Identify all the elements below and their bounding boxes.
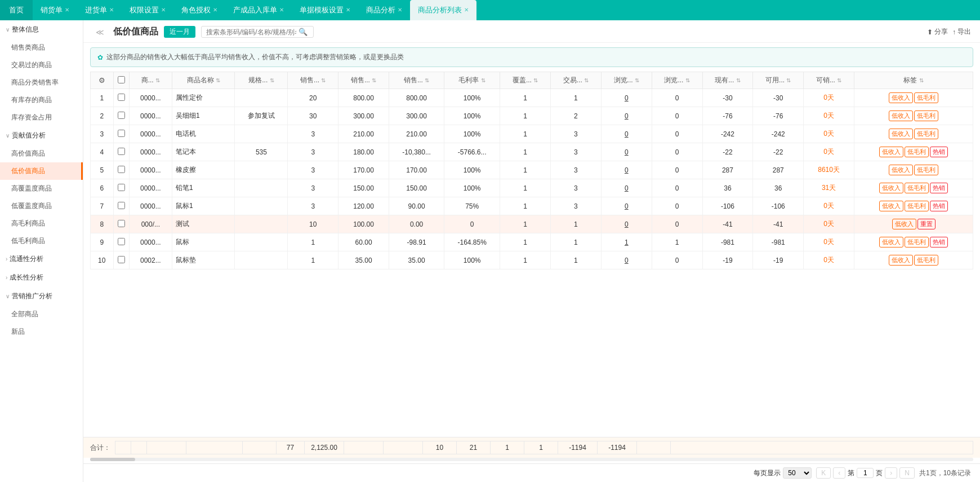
collapse-sidebar-button[interactable]: ≪	[92, 28, 108, 37]
close-icon[interactable]: ✕	[161, 0, 166, 20]
row-checkbox[interactable]	[118, 112, 125, 119]
cell-view1[interactable]: 0	[601, 251, 652, 269]
sidebar-item-sales-goods[interactable]: 销售类商品	[0, 39, 83, 56]
row-checkbox[interactable]	[118, 166, 125, 173]
sort-icon[interactable]: ⇅	[270, 77, 274, 83]
cell-view1[interactable]: 0	[601, 161, 652, 179]
col-tags[interactable]: 标签 ⇅	[854, 72, 973, 89]
sort-icon[interactable]: ⇅	[481, 77, 485, 83]
col-code[interactable]: 商... ⇅	[129, 72, 172, 89]
sidebar-item-all-goods[interactable]: 全部商品	[0, 306, 83, 323]
nav-purchase-order[interactable]: 进货单 ✕	[77, 0, 122, 20]
close-icon[interactable]: ✕	[213, 0, 217, 20]
sort-icon[interactable]: ⇅	[685, 77, 690, 83]
sidebar-item-traded-goods[interactable]: 交易过的商品	[0, 56, 83, 74]
col-checkbox[interactable]	[113, 72, 129, 89]
select-all-checkbox[interactable]	[118, 76, 125, 83]
sidebar-item-stock-goods[interactable]: 有库存的商品	[0, 91, 83, 109]
cell-view1[interactable]: 0	[601, 125, 652, 143]
col-sale-cost[interactable]: 销售... ⇅	[389, 72, 444, 89]
sidebar-item-high-coverage[interactable]: 高覆盖度商品	[0, 180, 83, 197]
search-input[interactable]	[206, 28, 296, 36]
cell-view1[interactable]: 1	[601, 233, 652, 251]
page-size-select[interactable]: 20 50 100	[783, 467, 812, 479]
close-icon[interactable]: ✕	[346, 0, 350, 20]
close-icon[interactable]: ✕	[464, 0, 469, 20]
view-link[interactable]: 0	[625, 202, 629, 210]
view-link[interactable]: 0	[625, 130, 629, 138]
sort-icon[interactable]: ⇅	[919, 77, 924, 83]
close-icon[interactable]: ✕	[398, 0, 402, 20]
next-page-button[interactable]: ›	[885, 467, 897, 479]
last-page-button[interactable]: N	[899, 467, 915, 479]
sidebar-item-low-value[interactable]: 低价值商品	[0, 162, 83, 180]
col-saleable[interactable]: 可销... ⇅	[804, 72, 854, 89]
row-checkbox[interactable]	[118, 220, 125, 227]
cell-checkbox[interactable]	[113, 89, 129, 107]
sort-icon[interactable]: ⇅	[216, 77, 220, 83]
sidebar-item-high-value[interactable]: 高价值商品	[0, 145, 83, 162]
sidebar-item-low-margin[interactable]: 低毛利商品	[0, 232, 83, 250]
col-name[interactable]: 商品名称 ⇅	[172, 72, 235, 89]
cell-view1[interactable]: 0	[601, 89, 652, 107]
cell-view1[interactable]: 0	[601, 179, 652, 197]
sidebar-group-growth[interactable]: › 成长性分析	[0, 268, 83, 287]
sidebar-group-overview[interactable]: ∨ 整体信息	[0, 20, 83, 39]
col-sale-qty[interactable]: 销售... ⇅	[288, 72, 338, 89]
sort-icon[interactable]: ⇅	[372, 77, 376, 83]
sort-icon[interactable]: ⇅	[321, 77, 326, 83]
nav-finished-goods[interactable]: 产成品入库单 ✕	[225, 0, 292, 20]
cell-view1[interactable]: 0	[601, 197, 652, 215]
cell-checkbox[interactable]	[113, 107, 129, 125]
sidebar-item-low-coverage[interactable]: 低覆盖度商品	[0, 197, 83, 215]
col-spec[interactable]: 规格... ⇅	[235, 72, 288, 89]
close-icon[interactable]: ✕	[109, 0, 114, 20]
cell-checkbox[interactable]	[113, 215, 129, 233]
row-checkbox[interactable]	[118, 184, 125, 191]
nav-sales-order[interactable]: 销货单 ✕	[33, 0, 77, 20]
view-link[interactable]: 0	[625, 94, 629, 102]
close-icon[interactable]: ✕	[279, 0, 284, 20]
nav-product-analysis[interactable]: 商品分析 ✕	[358, 0, 410, 20]
prev-page-button[interactable]: ‹	[833, 467, 845, 479]
row-checkbox[interactable]	[118, 202, 125, 209]
sort-icon[interactable]: ⇅	[533, 77, 538, 83]
sidebar-group-contribution[interactable]: ∨ 贡献值分析	[0, 126, 83, 145]
search-icon[interactable]: 🔍	[299, 28, 308, 36]
col-view1[interactable]: 浏览... ⇅	[601, 72, 652, 89]
export-button[interactable]: ↑ 导出	[952, 27, 971, 37]
cell-view1[interactable]: 0	[601, 143, 652, 161]
sidebar-group-marketing[interactable]: ∨ 营销推广分析	[0, 287, 83, 306]
first-page-button[interactable]: K	[816, 467, 831, 479]
view-link[interactable]: 0	[625, 257, 629, 264]
view-link[interactable]: 0	[625, 166, 629, 174]
view-link[interactable]: 0	[625, 148, 629, 156]
sort-icon[interactable]: ⇅	[425, 77, 429, 83]
col-current-stock[interactable]: 现有... ⇅	[702, 72, 753, 89]
sidebar-item-stock-funds[interactable]: 库存资金占用	[0, 109, 83, 126]
cell-checkbox[interactable]	[113, 251, 129, 269]
row-checkbox[interactable]	[118, 130, 125, 137]
sort-icon[interactable]: ⇅	[786, 77, 791, 83]
row-checkbox[interactable]	[118, 256, 125, 263]
view-link[interactable]: 0	[625, 184, 629, 192]
col-coverage[interactable]: 覆盖... ⇅	[500, 72, 551, 89]
horizontal-scrollbar[interactable]	[90, 458, 973, 461]
col-view2[interactable]: 浏览... ⇅	[652, 72, 702, 89]
sidebar-item-high-margin[interactable]: 高毛利商品	[0, 215, 83, 232]
cell-checkbox[interactable]	[113, 197, 129, 215]
nav-home[interactable]: 首页	[0, 0, 33, 20]
view-link[interactable]: 0	[625, 112, 629, 120]
table-wrapper[interactable]: ⚙ 商... ⇅ 商品名称 ⇅ 规格... ⇅ 销售... ⇅ 销售... ⇅ …	[83, 72, 980, 437]
cell-view1[interactable]: 0	[601, 107, 652, 125]
view-link[interactable]: 0	[625, 220, 629, 228]
cell-checkbox[interactable]	[113, 233, 129, 251]
sidebar-item-category-sales-rate[interactable]: 商品分类销售率	[0, 74, 83, 91]
col-avail-stock[interactable]: 可用... ⇅	[753, 72, 804, 89]
gear-icon[interactable]: ⚙	[99, 76, 105, 85]
cell-checkbox[interactable]	[113, 143, 129, 161]
cell-checkbox[interactable]	[113, 125, 129, 143]
col-trade[interactable]: 交易... ⇅	[551, 72, 602, 89]
col-gear[interactable]: ⚙	[91, 72, 114, 89]
filter-recent-month-button[interactable]: 近一月	[164, 26, 195, 38]
